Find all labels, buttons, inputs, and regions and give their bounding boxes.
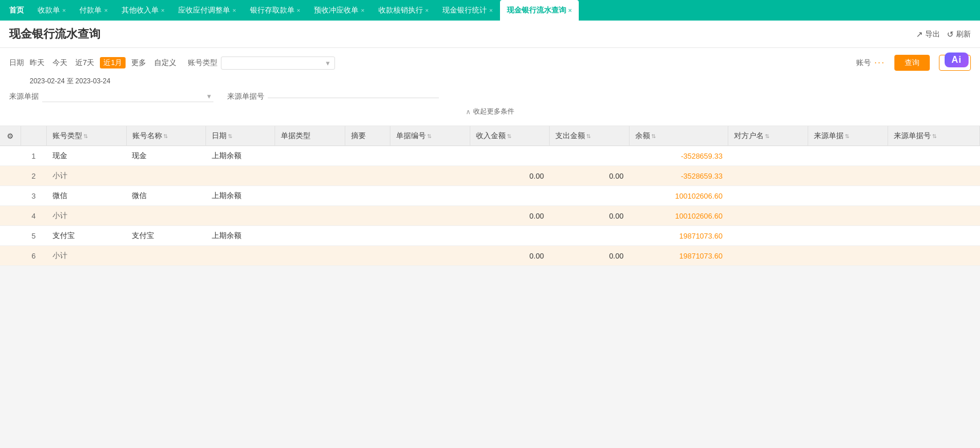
account-type-select[interactable]: ▾ (221, 56, 335, 70)
nav-arap-label: 应收应付调整单 (178, 5, 230, 15)
table-cell: 小计 (47, 166, 127, 186)
col-income[interactable]: 收入金额⇅ (470, 126, 550, 146)
col-expense[interactable]: 支出金额⇅ (550, 126, 630, 146)
source-doc-select[interactable]: ▾ (42, 91, 213, 102)
table-cell (126, 206, 206, 226)
col-balance[interactable]: 余额⇅ (629, 126, 728, 146)
close-other-income-icon[interactable]: × (161, 7, 164, 14)
nav-payment-label: 付款单 (79, 5, 102, 15)
source-doc-no-label: 来源单据号 (227, 91, 264, 102)
table-cell: 19871073.60 (629, 226, 728, 246)
nav-bank-deposit-label: 银行存取款单 (250, 5, 295, 15)
col-source-doc[interactable]: 来源单据⇅ (808, 126, 888, 146)
today-btn[interactable]: 今天 (50, 57, 70, 68)
col-doc-type: 单据类型 (275, 126, 345, 146)
nav-tab-cash-stats[interactable]: 现金银行统计 × (435, 0, 499, 21)
table-cell (728, 166, 808, 186)
close-bank-deposit-icon[interactable]: × (297, 7, 300, 14)
table-row[interactable]: 6小计0.000.0019871073.60 (0, 246, 980, 266)
col-doc-no[interactable]: 单据编号⇅ (390, 126, 470, 146)
table-cell: 小计 (47, 246, 127, 266)
source-doc-no-input[interactable] (268, 95, 439, 98)
custom-btn[interactable]: 自定义 (152, 57, 179, 68)
close-arap-icon[interactable]: × (232, 7, 236, 14)
filter-area: 日期 昨天 今天 近7天 近1月 更多 自定义 账号类型 ▾ 账号 ··· 查询… (0, 48, 980, 126)
table-row[interactable]: 1现金现金上期余额-3528659.33 (0, 146, 980, 166)
table-cell (808, 206, 888, 226)
table-cell: 0.00 (550, 246, 630, 266)
source-doc-label: 来源单据 (9, 91, 39, 102)
table-cell (0, 206, 21, 226)
table-cell (390, 166, 470, 186)
table-cell: 19871073.60 (629, 246, 728, 266)
refresh-button[interactable]: ↺ 刷新 (947, 29, 971, 39)
filter-row-2: 来源单据 ▾ 来源单据号 (9, 91, 971, 102)
table-cell (808, 146, 888, 166)
table-cell: 100102606.60 (629, 206, 728, 226)
export-button[interactable]: ↗ 导出 (916, 29, 940, 39)
table-cell (345, 186, 390, 206)
table-cell (808, 186, 888, 206)
table-cell (808, 226, 888, 246)
query-button[interactable]: 查询 (894, 55, 930, 71)
table-cell: 5 (21, 226, 47, 246)
table-row[interactable]: 4小计0.000.00100102606.60 (0, 206, 980, 226)
last1m-btn[interactable]: 近1月 (100, 57, 126, 68)
col-num (21, 126, 47, 146)
close-cash-stats-icon[interactable]: × (489, 7, 493, 14)
last7-btn[interactable]: 近7天 (73, 57, 96, 68)
col-source-doc-no[interactable]: 来源单据号⇅ (888, 126, 979, 146)
yesterday-btn[interactable]: 昨天 (27, 57, 47, 68)
col-account-type[interactable]: 账号类型⇅ (47, 126, 127, 146)
export-icon: ↗ (916, 30, 923, 39)
col-counterparty[interactable]: 对方户名⇅ (728, 126, 808, 146)
table-cell (550, 146, 630, 166)
collapse-bar[interactable]: ∧ 收起更多条件 (9, 104, 971, 121)
nav-tab-other-income[interactable]: 其他收入单 × (115, 0, 171, 21)
table-cell (0, 246, 21, 266)
table-cell (888, 206, 979, 226)
col-gear[interactable]: ⚙ (0, 126, 21, 146)
table-cell (0, 186, 21, 206)
nav-tab-ar-ap-adjust[interactable]: 应收应付调整单 × (171, 0, 243, 21)
more-btn[interactable]: 更多 (129, 57, 148, 68)
table-body: 1现金现金上期余额-3528659.332小计0.000.00-3528659.… (0, 146, 980, 266)
table-cell: -3528659.33 (629, 166, 728, 186)
nav-tab-payment[interactable]: 付款单 × (72, 0, 114, 21)
close-pre-receipt-icon[interactable]: × (361, 7, 364, 14)
nav-other-income-label: 其他收入单 (122, 5, 159, 15)
col-date[interactable]: 日期⇅ (206, 126, 275, 146)
table-cell (390, 146, 470, 166)
nav-tab-receipt[interactable]: 收款单 × (31, 0, 72, 21)
table-cell (390, 206, 470, 226)
table-cell (345, 246, 390, 266)
table-cell (390, 246, 470, 266)
close-payment-icon[interactable]: × (104, 7, 107, 14)
nav-tab-bank-deposit[interactable]: 银行存取款单 × (243, 0, 307, 21)
table-row[interactable]: 3微信微信上期余额100102606.60 (0, 186, 980, 206)
table-cell: 现金 (47, 146, 127, 166)
filter-row-1: 日期 昨天 今天 近7天 近1月 更多 自定义 账号类型 ▾ 账号 ··· 查询… (9, 55, 971, 71)
nav-tab-cash-flow[interactable]: 现金银行流水查询 × (500, 0, 579, 21)
table-cell (345, 206, 390, 226)
ai-assistant-button[interactable]: Ai (945, 53, 969, 67)
account-label: 账号 (856, 58, 871, 68)
table-cell (126, 166, 206, 186)
table-cell (888, 186, 979, 206)
nav-tab-pre-receipt[interactable]: 预收冲应收单 × (307, 0, 371, 21)
nav-tab-writeoff[interactable]: 收款核销执行 × (372, 0, 435, 21)
col-account-name[interactable]: 账号名称⇅ (126, 126, 206, 146)
table-row[interactable]: 2小计0.000.00-3528659.33 (0, 166, 980, 186)
table-cell (275, 206, 345, 226)
table-cell: 现金 (126, 146, 206, 166)
close-receipt-icon[interactable]: × (62, 7, 66, 14)
close-writeoff-icon[interactable]: × (425, 7, 429, 14)
nav-tab-home[interactable]: 首页 (2, 0, 31, 21)
table-cell (275, 146, 345, 166)
nav-cash-flow-label: 现金银行流水查询 (507, 5, 566, 15)
table-row[interactable]: 5支付宝支付宝上期余额19871073.60 (0, 226, 980, 246)
table-cell (206, 246, 275, 266)
account-dots-button[interactable]: ··· (874, 58, 885, 68)
close-cash-flow-icon[interactable]: × (568, 7, 572, 14)
nav-writeoff-label: 收款核销执行 (378, 5, 423, 15)
